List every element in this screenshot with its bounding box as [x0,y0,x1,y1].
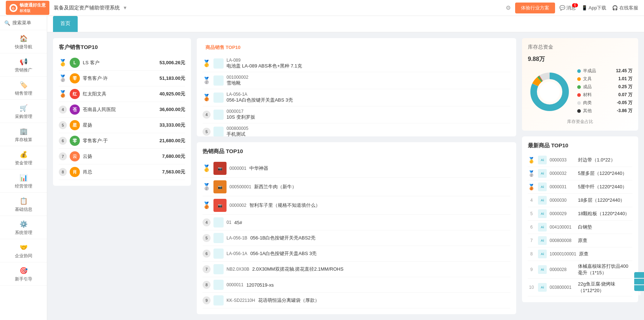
inventory-unit: 万 [539,56,545,62]
new-product-2: 🥈 Ai 0000032 5厘多层（1220*2440） [528,167,632,180]
new-products-title: 最新商品 TOP10 [528,142,632,149]
sidebar-item-inventory[interactable]: 🏢 库存核算 [0,123,47,146]
new-code-1: 0000033 [550,157,575,163]
rank-value-1: 53,006.26元 [159,60,185,66]
content-area: 首页 客户销售TOP10 🥇 L LS 客户 53,006.26元 � [47,16,644,320]
topbar: G 畅捷通好生意 标准版 装备及固定资产辅助管理系统 ▼ ⚙ 体验行业方案 💬 … [0,0,644,16]
rank-value-3: 40,925.00元 [159,91,185,97]
legend-value-0: 12.45 万 [616,68,632,74]
content-scroll: 客户销售TOP10 🥇 L LS 客户 53,006.26元 🥈 零 零售客户·… [47,32,644,320]
sidebar-search[interactable]: 🔍 搜索菜单 [0,16,47,30]
rank-item-4: 4 苍 苍南县人民医院 36,600.00元 [59,102,185,118]
legend-item-3: 材料 0.07 万 [577,92,632,98]
sidebar-item-finance[interactable]: 💰 资金管理 [0,146,47,169]
hot-rank-7: 7 [203,265,211,273]
hot-img-7 [213,264,224,274]
new-thumb-10: Ai [538,283,547,292]
hot-rank-5: 5 [203,234,211,242]
legend-dot-5 [577,109,581,113]
rank-name-7: 云扬 [83,153,159,160]
app-download[interactable]: 📱 App下载 [582,5,606,11]
new-products-list: 🥇 Ai 0000033 封边带（1.0*22） 🥈 Ai 0000032 5厘… [528,153,632,296]
new-name-4: 18多层（1220*2440） [578,197,632,204]
sidebar-item-guide[interactable]: 🎯 新手引导 [0,262,47,286]
rank-value-5: 33,333.00元 [159,122,185,128]
legend-value-4: -0.05 万 [617,100,632,106]
new-name-2: 5厘多层（1220*2440） [578,170,632,177]
sidebar-item-purchase[interactable]: 🛒 采购管理 [0,100,47,123]
hot-code-8: 0000011 [227,282,244,287]
product-thumb-1 [213,58,224,69]
legend-value-2: 0.25 万 [618,84,632,90]
avatar-4: 苍 [70,104,80,115]
new-rank-7: 7 [528,238,535,243]
hot-img-3: 📷 [213,199,227,212]
avatar-1: L [70,58,80,68]
inventory-subtitle: 库存资金占比 [528,119,632,125]
hot-img-5 [213,233,224,243]
topbar-right: 💬 消息 6 📱 App下载 🎧 在线客服 [559,5,638,11]
operations-icon: 📊 [20,174,28,182]
float-customer-service[interactable]: 客服热线 [634,272,644,278]
product-name-3: 056-1A白色按键开关盖ABS 3壳 [227,97,510,103]
hot-products-list: 🥇 📷 0000001 中华神器 🥈 📷 0 [203,159,510,308]
hot-product-3: 🥉 📷 0000002 智利车子里（规格不知道填什么） [203,196,510,215]
rank-item-1: 🥇 L LS 客户 53,006.26元 [59,55,185,71]
product-medal-3-icon: 🥉 [203,94,211,102]
legend-item-1: 文具 1.01 万 [577,76,632,82]
tabs: 首页 [47,16,644,32]
hot-name-5: 056-1B白色按键开关壳ABS2壳 [250,235,315,241]
new-code-3: 0000031 [550,184,575,189]
sidebar-item-system[interactable]: ⚙️ 系统管理 [0,216,47,239]
legend-item-4: 肉类 -0.05 万 [577,100,632,106]
sidebar-item-sales[interactable]: 🏷️ 销售管理 [0,77,47,100]
legend-label-0: 半成品 [583,68,614,74]
legend-dot-0 [577,69,581,73]
message-badge[interactable]: 💬 消息 6 [559,5,576,11]
rank-name-3: 红太阳文具 [83,91,156,97]
float-bar: 客服热线 服务社区 直播 [634,272,644,291]
donut-container: 半成品 12.45 万 文具 1.01 万 成品 0 [528,68,632,116]
system-name: 装备及固定资产辅助管理系统 [54,5,120,11]
left-panel: 客户销售TOP10 🥇 L LS 客户 53,006.26元 🥈 零 零售客户·… [53,38,191,314]
system-icon: ⚙️ [20,220,28,228]
online-service[interactable]: 🎧 在线客服 [612,5,638,11]
product-sales-item-4: 4 0000017 10S 变刹罗扳 [203,106,510,123]
sidebar-item-marketing[interactable]: 📢 营销推广 [0,53,47,77]
gear-icon[interactable]: ⚙ [506,4,511,11]
new-name-8: 原查 [579,251,632,257]
float-service-community[interactable]: 服务社区 [634,279,644,284]
rank-name-8: 肖总 [83,169,159,175]
logo-icon: G [9,4,17,12]
hot-name-7: 2.0X30MM双搓花轴.搓花直径2.1MM/ROHS [252,266,343,272]
legend-item-0: 半成品 12.45 万 [577,68,632,74]
customer-ranking-card: 客户销售TOP10 🥇 L LS 客户 53,006.26元 🥈 零 零售客户·… [53,38,191,186]
new-rank-9: 9 [528,267,535,272]
legend-value-1: 1.01 万 [618,76,632,82]
rank-value-6: 21,680.00元 [159,138,185,144]
svg-point-7 [539,82,560,102]
product-thumb-4 [213,110,224,120]
trial-button[interactable]: 体验行业方案 [515,3,555,13]
rank-num-6: 6 [59,137,67,145]
new-medal-3-icon: 🥉 [528,184,535,190]
hot-img-2: 📷 [213,180,227,193]
new-product-8: 8 Ai 10000100001 原查 [528,247,632,261]
new-code-2: 0000032 [550,171,575,176]
tab-home[interactable]: 首页 [53,16,78,32]
sidebar-item-basics[interactable]: 📋 基础信息 [0,193,47,216]
avatar-2: 零 [70,73,80,83]
sidebar-item-operations[interactable]: 📊 经营管理 [0,169,47,193]
new-product-10: 10 Ai 003800001 22g鱼豆腐·烧烤味（1*12*20） [528,279,632,296]
sidebar-item-home[interactable]: 🏠 快捷导航 [0,30,47,53]
product-name-5: 手机测试 [227,131,510,136]
system-selector[interactable]: 装备及固定资产辅助管理系统 ▼ [54,5,501,11]
legend-value-5: -3.86 万 [617,108,632,114]
float-live[interactable]: 直播 [634,285,644,291]
sidebar-item-collab[interactable]: 🤝 企业协同 [0,239,47,262]
new-code-5: 0000029 [550,211,575,216]
avatar-8: 肖 [70,167,80,177]
headset-icon: 🎧 [612,5,618,11]
product-sales-list: 🥇 LA-089 电池盖 LA-089 ABS本色+黑种 7.1克 🥈 [203,55,510,136]
product-thumb-3 [213,93,224,103]
